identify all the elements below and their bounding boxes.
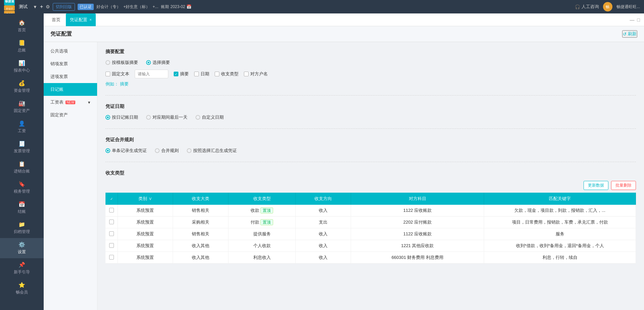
- checkbox-date-label: 日期: [201, 71, 209, 77]
- radio-merge-rule[interactable]: 合并规则: [155, 148, 179, 154]
- tab-voucher-config[interactable]: 凭证配置 ×: [66, 13, 96, 26]
- radio-template-circle: [105, 60, 110, 65]
- left-nav-payroll[interactable]: 工资表 NEW ▾: [44, 96, 97, 109]
- calendar-icon[interactable]: 📅: [186, 4, 191, 9]
- row1-type: 收款 置顶: [228, 205, 296, 217]
- sidebar: 🏠 首页 📒 总账 📊 报表中心 💰 资金管理 🏭 固定资产 👤 工资 🧾 发票…: [0, 13, 44, 310]
- sidebar-label-checkout: 结账: [18, 209, 26, 215]
- sidebar-item-member[interactable]: ⭐ 畅会员: [0, 278, 44, 299]
- radio-summary-merge-label: 按照选择汇总生成凭证: [193, 148, 237, 154]
- sidebar-item-salary[interactable]: 👤 工资: [0, 117, 44, 137]
- sidebar-item-invoice-mgmt[interactable]: 🧾 发票管理: [0, 137, 44, 157]
- fixed-text-input[interactable]: [135, 70, 168, 78]
- sidebar-item-purchase[interactable]: 📋 进销台账: [0, 157, 44, 178]
- radio-journal-date-circle: [105, 115, 110, 120]
- radio-period-last-label: 对应期间最后一天: [153, 114, 187, 120]
- left-nav-sales-invoice[interactable]: 销项发票: [44, 57, 97, 70]
- checkbox-date[interactable]: 日期: [194, 71, 209, 77]
- row5-checkbox[interactable]: [105, 252, 118, 264]
- sidebar-label-reports: 报表中心: [14, 68, 30, 73]
- row2-account: 2202 应付账款: [351, 217, 484, 228]
- col-keywords: 匹配关键字: [484, 193, 636, 205]
- income-expense-table: ✓ 类别 ∨ 收支大类 收支类型 收支方向 对方科目 匹配关键字: [105, 193, 636, 264]
- col-type: 收支类型: [228, 193, 296, 205]
- content-wrapper: 公共选项 销项发票 进项发票 日记账 工资表 NEW ▾ 固定资产: [44, 42, 644, 310]
- consult-btn[interactable]: 🎧 人工咨询: [575, 4, 599, 10]
- add-button[interactable]: +: [40, 4, 43, 10]
- row5-type: 利息收入: [228, 252, 296, 264]
- col-account: 对方科目: [351, 193, 484, 205]
- income-expense-section: 收支类型 更新数据 批量删除 ✓ 类别 ∨ 收支大类: [105, 170, 636, 264]
- radio-select-label: 选择摘要: [153, 60, 170, 66]
- settings-icon[interactable]: ⚙: [46, 4, 50, 9]
- sidebar-item-capital[interactable]: 💰 资金管理: [0, 77, 44, 97]
- tab-close-icon[interactable]: ×: [89, 17, 92, 22]
- sidebar-item-checkout[interactable]: 📅 结账: [0, 198, 44, 218]
- radio-merge-rule-label: 合并规则: [161, 148, 179, 154]
- radio-period-last[interactable]: 对应期间最后一天: [146, 114, 187, 120]
- row2-checkbox[interactable]: [105, 217, 118, 228]
- main: 首页 凭证配置 × — □ 凭证配置 ↺ 刷新 公共选项: [44, 13, 644, 310]
- row5-keywords: 利息，行转，续自: [484, 252, 636, 264]
- left-nav-fixed-assets[interactable]: 固定资产: [44, 109, 97, 121]
- sidebar-item-settings[interactable]: ⚙️ 设置: [0, 238, 44, 258]
- row2-top-tag[interactable]: 置顶: [260, 219, 273, 225]
- sidebar-item-reports[interactable]: 📊 报表中心: [0, 56, 44, 77]
- switch-old-btn[interactable]: 切到旧版: [53, 3, 75, 11]
- row1-top-tag[interactable]: 置顶: [260, 207, 273, 214]
- checkbox-party[interactable]: 对方户名: [244, 71, 268, 77]
- row4-keywords: 收到*借款，收到*备用金，退回*备用金，个人: [484, 240, 636, 252]
- avatar[interactable]: 畅: [603, 2, 612, 11]
- checkbox-summary[interactable]: ✓ 摘要: [174, 71, 189, 77]
- checkbox-type-label: 收支类型: [221, 71, 239, 77]
- left-nav-journal[interactable]: 日记账: [44, 83, 97, 96]
- update-data-btn[interactable]: 更新数据: [584, 181, 608, 190]
- refresh-btn[interactable]: ↺ 刷新: [622, 30, 637, 38]
- radio-single[interactable]: 单条记录生成凭证: [105, 148, 147, 154]
- row2-category: 系统预置: [118, 217, 173, 228]
- row4-checkbox[interactable]: [105, 240, 118, 252]
- left-nav-payroll-label: 工资表: [50, 99, 63, 105]
- radio-template[interactable]: 按模板版摘要: [105, 60, 138, 66]
- sidebar-item-tax[interactable]: 🔖 税务管理: [0, 178, 44, 198]
- sidebar-item-guide[interactable]: 📌 新手引导: [0, 258, 44, 278]
- left-nav-public[interactable]: 公共选项: [44, 45, 97, 57]
- checkbox-type[interactable]: 收支类型: [215, 71, 239, 77]
- row5-direction: 收入: [296, 252, 351, 264]
- left-nav: 公共选项 销项发票 进项发票 日记账 工资表 NEW ▾ 固定资产: [44, 42, 97, 310]
- tab-home[interactable]: 首页: [48, 13, 65, 26]
- checkbox-summary-label: 摘要: [180, 71, 189, 77]
- row1-category: 系统预置: [118, 205, 173, 217]
- row3-checkbox[interactable]: [105, 228, 118, 240]
- sidebar-item-fixed[interactable]: 🏭 固定资产: [0, 97, 44, 117]
- table-row: 系统预置 收入其他 利息收入 收入 660301 财务费用 利息费用 利息，行转…: [105, 252, 636, 264]
- sidebar-item-home[interactable]: 🏠 首页: [0, 16, 44, 36]
- income-expense-title: 收支类型: [105, 170, 636, 176]
- radio-select[interactable]: 选择摘要: [146, 60, 170, 66]
- radio-period-last-circle: [146, 115, 151, 120]
- batch-delete-btn[interactable]: 批量删除: [611, 181, 636, 190]
- minimize-icon[interactable]: —: [630, 17, 635, 23]
- header-checkbox[interactable]: ✓: [109, 197, 114, 201]
- left-nav-purchase-invoice[interactable]: 进项发票: [44, 70, 97, 83]
- row1-big-category: 销售相关: [173, 205, 228, 217]
- left-nav-public-label: 公共选项: [50, 48, 68, 54]
- radio-summary-merge[interactable]: 按照选择汇总生成凭证: [187, 148, 237, 154]
- tax-icon: 🔖: [18, 181, 25, 187]
- radio-journal-date[interactable]: 按日记账日期: [105, 114, 138, 120]
- tab-bar: 首页 凭证配置 × — □: [44, 13, 644, 26]
- checkbox-fixed-text[interactable]: 固定文本: [105, 71, 129, 77]
- row1-checkbox[interactable]: [105, 205, 118, 217]
- sidebar-label-tax: 税务管理: [14, 189, 30, 194]
- row2-type: 付款 置顶: [228, 217, 296, 228]
- sidebar-item-ledger[interactable]: 📒 总账: [0, 36, 44, 56]
- user-name: 畅捷通旺旺...: [616, 4, 640, 10]
- settings-sidebar-icon: ⚙️: [18, 241, 25, 248]
- maximize-icon[interactable]: □: [637, 17, 640, 23]
- sidebar-item-archive[interactable]: 📁 归档管理: [0, 218, 44, 238]
- table-row: 系统预置 采购相关 付款 置顶 支出 2202 应付账款 项目，日常费用，报销款…: [105, 217, 636, 228]
- refresh-icon: ↺: [623, 32, 627, 37]
- radio-custom-date[interactable]: 自定义日期: [196, 114, 224, 120]
- radio-summary-merge-circle: [187, 148, 191, 153]
- company-dropdown[interactable]: ▼: [33, 4, 37, 9]
